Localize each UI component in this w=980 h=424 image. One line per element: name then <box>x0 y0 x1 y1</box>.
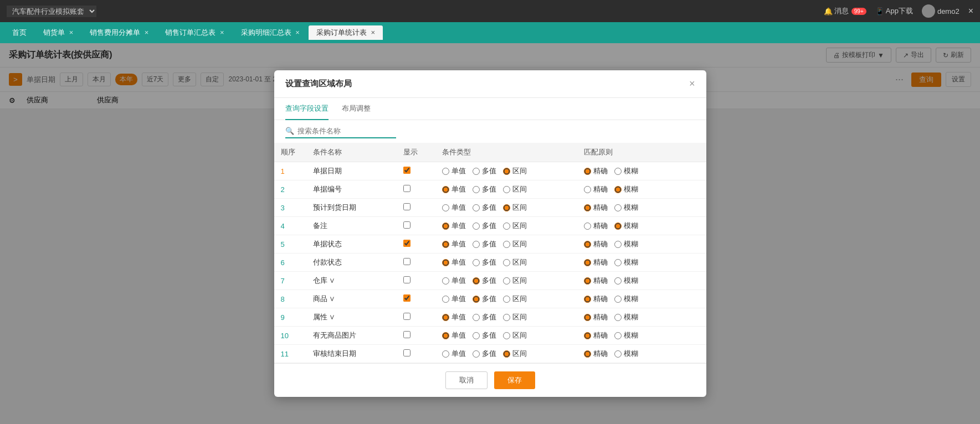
show-checkbox[interactable] <box>403 349 411 356</box>
type-range-option[interactable]: 区间 <box>503 276 527 286</box>
notifications-badge: 99+ <box>851 8 866 15</box>
show-checkbox[interactable] <box>403 240 411 247</box>
type-single-option[interactable]: 单值 <box>442 221 466 231</box>
top-close-button[interactable]: × <box>968 6 973 16</box>
type-single-option[interactable]: 单值 <box>442 166 466 176</box>
match-exact-option[interactable]: 精确 <box>584 349 608 359</box>
dialog-footer: 取消 保存 <box>274 363 706 397</box>
match-exact-option[interactable]: 精确 <box>584 294 608 304</box>
type-multi-option[interactable]: 多值 <box>473 221 496 231</box>
match-exact-option[interactable]: 精确 <box>584 330 608 340</box>
show-checkbox[interactable] <box>403 185 411 192</box>
save-button[interactable]: 保存 <box>494 371 535 389</box>
match-fuzzy-option[interactable]: 模糊 <box>614 294 638 304</box>
row-order: 8 <box>281 295 285 303</box>
type-range-option[interactable]: 区间 <box>503 349 527 359</box>
dialog-close-button[interactable]: × <box>689 78 695 90</box>
type-multi-option[interactable]: 多值 <box>473 349 496 359</box>
show-checkbox[interactable] <box>403 167 411 174</box>
app-selector[interactable]: 汽车配件行业模拟账套 <box>7 6 96 17</box>
row-order: 10 <box>281 332 289 340</box>
nav-tab-sales-split[interactable]: 销售费用分摊单 × <box>82 25 156 40</box>
row-order: 2 <box>281 185 285 194</box>
match-fuzzy-option[interactable]: 模糊 <box>614 257 638 267</box>
type-range-option[interactable]: 区间 <box>503 294 527 304</box>
user-avatar[interactable]: demo2 <box>922 4 960 18</box>
row-order: 9 <box>281 313 285 322</box>
match-fuzzy-option[interactable]: 模糊 <box>614 312 638 322</box>
nav-tab-purchase-stat[interactable]: 采购订单统计表 × <box>309 25 383 40</box>
show-checkbox[interactable] <box>403 258 411 265</box>
type-single-option[interactable]: 单值 <box>442 203 466 213</box>
row-order: 3 <box>281 204 285 212</box>
type-multi-option[interactable]: 多值 <box>473 239 496 249</box>
type-single-option[interactable]: 单值 <box>442 294 466 304</box>
match-exact-option[interactable]: 精确 <box>584 239 608 249</box>
match-fuzzy-option[interactable]: 模糊 <box>614 221 638 231</box>
match-exact-option[interactable]: 精确 <box>584 276 608 286</box>
type-multi-option[interactable]: 多值 <box>473 166 496 176</box>
match-exact-option[interactable]: 精确 <box>584 312 608 322</box>
type-range-option[interactable]: 区间 <box>503 221 527 231</box>
type-single-option[interactable]: 单值 <box>442 330 466 340</box>
match-fuzzy-option[interactable]: 模糊 <box>614 166 638 176</box>
type-range-option[interactable]: 区间 <box>503 312 527 322</box>
cancel-button[interactable]: 取消 <box>445 371 488 389</box>
match-exact-option[interactable]: 精确 <box>584 257 608 267</box>
tab-layout-adjust[interactable]: 布局调整 <box>342 98 371 120</box>
match-exact-option[interactable]: 精确 <box>584 221 608 231</box>
type-multi-option[interactable]: 多值 <box>473 257 496 267</box>
row-order: 7 <box>281 277 285 285</box>
row-show-cell <box>397 162 435 180</box>
notifications-btn[interactable]: 🔔 消息 99+ <box>824 6 866 16</box>
show-checkbox[interactable] <box>403 294 411 302</box>
type-multi-option[interactable]: 多值 <box>473 312 496 322</box>
search-input[interactable] <box>297 127 392 135</box>
match-fuzzy-option[interactable]: 模糊 <box>614 276 638 286</box>
type-range-option[interactable]: 区间 <box>503 166 527 176</box>
row-show-cell <box>397 180 435 199</box>
match-fuzzy-option[interactable]: 模糊 <box>614 349 638 359</box>
show-checkbox[interactable] <box>403 203 411 210</box>
match-fuzzy-option[interactable]: 模糊 <box>614 330 638 340</box>
type-single-option[interactable]: 单值 <box>442 276 466 286</box>
th-order: 顺序 <box>274 143 306 162</box>
match-fuzzy-option[interactable]: 模糊 <box>614 184 638 194</box>
type-single-option[interactable]: 单值 <box>442 239 466 249</box>
row-match-cell: 精确 模糊 <box>577 272 706 290</box>
type-multi-option[interactable]: 多值 <box>473 184 496 194</box>
nav-tab-purchase-detail[interactable]: 采购明细汇总表 × <box>233 25 307 40</box>
row-type-cell: 单值 多值 区间 <box>435 345 577 363</box>
type-range-option[interactable]: 区间 <box>503 203 527 213</box>
nav-home[interactable]: 首页 <box>4 25 34 40</box>
type-single-option[interactable]: 单值 <box>442 257 466 267</box>
row-show-cell <box>397 254 435 272</box>
match-exact-option[interactable]: 精确 <box>584 184 608 194</box>
type-single-option[interactable]: 单值 <box>442 349 466 359</box>
type-multi-option[interactable]: 多值 <box>473 330 496 340</box>
show-checkbox[interactable] <box>403 331 411 338</box>
nav-tab-sales-order[interactable]: 销售订单汇总表 × <box>157 25 232 40</box>
show-checkbox[interactable] <box>403 276 411 283</box>
top-bar: 汽车配件行业模拟账套 🔔 消息 99+ 📱 App下载 demo2 × <box>0 0 980 22</box>
row-match-cell: 精确 模糊 <box>577 217 706 235</box>
type-multi-option[interactable]: 多值 <box>473 294 496 304</box>
type-range-option[interactable]: 区间 <box>503 257 527 267</box>
show-checkbox[interactable] <box>403 313 411 320</box>
match-fuzzy-option[interactable]: 模糊 <box>614 239 638 249</box>
match-exact-option[interactable]: 精确 <box>584 166 608 176</box>
type-range-option[interactable]: 区间 <box>503 184 527 194</box>
show-checkbox[interactable] <box>403 221 411 229</box>
type-multi-option[interactable]: 多值 <box>473 203 496 213</box>
type-single-option[interactable]: 单值 <box>442 312 466 322</box>
row-type-cell: 单值 多值 区间 <box>435 327 577 345</box>
type-single-option[interactable]: 单值 <box>442 184 466 194</box>
match-fuzzy-option[interactable]: 模糊 <box>614 203 638 213</box>
tab-query-field-settings[interactable]: 查询字段设置 <box>285 98 329 120</box>
type-range-option[interactable]: 区间 <box>503 330 527 340</box>
type-range-option[interactable]: 区间 <box>503 239 527 249</box>
nav-tab-sales[interactable]: 销货单 × <box>35 25 81 40</box>
download-btn[interactable]: 📱 App下载 <box>875 6 913 16</box>
type-multi-option[interactable]: 多值 <box>473 276 496 286</box>
match-exact-option[interactable]: 精确 <box>584 203 608 213</box>
